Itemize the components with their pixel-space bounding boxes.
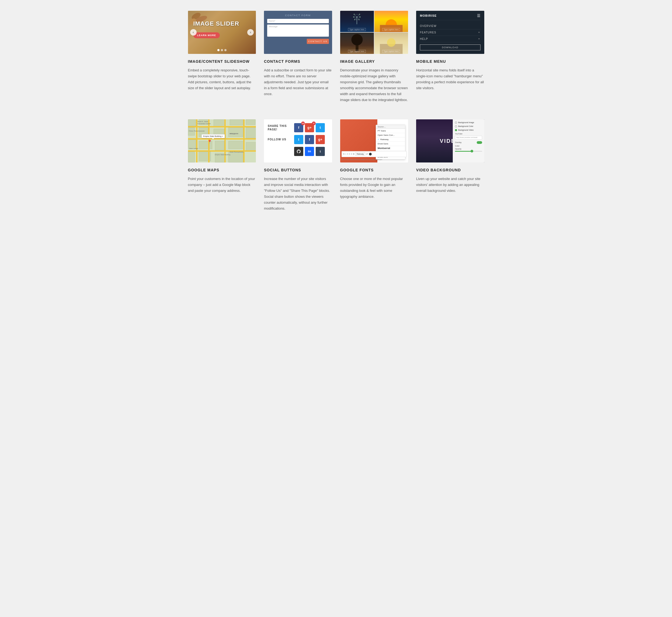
opacity-slider-thumb[interactable] <box>471 150 473 153</box>
toolbar-icon-1: ⟲ <box>343 153 345 155</box>
follow-facebook-btn[interactable]: f <box>305 135 314 144</box>
toolbar-icon-4: ≡ <box>349 153 350 155</box>
share-buttons: f 192 g+ 47 t <box>294 123 325 132</box>
fonts-item-raleway[interactable]: Raleway <box>376 138 405 142</box>
opacity-slider[interactable] <box>455 151 482 152</box>
social-buttons-desc: Increase the number of your site visitor… <box>264 176 332 212</box>
contact-forms-desc: Add a subscribe or contact form to your … <box>264 67 332 97</box>
contact-submit-btn[interactable]: CONTACT US <box>307 39 328 44</box>
menu-bg: MOBIRISE ☰ OVERVIEW FEATURES ▼ HELP ▼ DO… <box>416 11 484 54</box>
dot-3[interactable] <box>224 49 227 51</box>
svg-point-16 <box>354 19 355 20</box>
dot-2[interactable] <box>221 49 223 51</box>
image-gallery-desc: Demonstrate your images in masonry mobil… <box>340 67 408 103</box>
road-v3 <box>224 119 226 163</box>
svg-point-21 <box>351 34 363 45</box>
slideshow-title: IMAGE/CONTENT SLIDESHOW <box>188 59 256 63</box>
contact-forms-title: CONTACT FORMS <box>264 59 332 63</box>
overlay-toggle-row: Overlay <box>455 141 482 144</box>
features-grid-row1: IMAGE SLIDER LEARN MORE ‹ › IMAGE/CONTE <box>188 11 484 103</box>
overlay-toggle[interactable] <box>477 141 482 144</box>
opacity-slider-fill <box>455 151 471 152</box>
share-gplus-btn[interactable]: g+ 47 <box>305 123 314 132</box>
bg-color-radio[interactable] <box>455 125 457 128</box>
follow-gplus-btn[interactable]: g+ <box>316 135 325 144</box>
more-follow-buttons: Bē t <box>294 147 328 156</box>
slider-prev-arrow[interactable]: ‹ <box>190 29 197 36</box>
fonts-bg-wrapper: Source-... PT Sans Open Sans Con... Rale… <box>340 119 408 163</box>
menu-item-help[interactable]: HELP ▼ <box>420 36 480 42</box>
menu-download-btn[interactable]: DOWNLOAD <box>420 44 480 50</box>
fonts-item-ptsans[interactable]: PT Sans <box>376 129 405 133</box>
share-row: SHARE THIS PAGE! f 192 g+ 47 t <box>268 123 328 132</box>
toolbar-color-picker[interactable] <box>369 153 372 156</box>
gallery-cell-4: Type caption here <box>374 33 408 54</box>
image-gallery-title: IMAGE GALLERY <box>340 59 408 63</box>
bg-image-option[interactable]: Background Image <box>455 122 482 124</box>
road-h3 <box>188 150 256 152</box>
bg-color-option[interactable]: Background Color <box>455 125 482 128</box>
social-bg: SHARE THIS PAGE! f 192 g+ 47 t <box>264 119 332 163</box>
menu-item-overview[interactable]: OVERVIEW <box>420 23 480 29</box>
page-wrapper: IMAGE SLIDER LEARN MORE ‹ › IMAGE/CONTE <box>183 0 490 238</box>
youtube-url-input[interactable]: http://www.youtube.com/watd <box>455 136 482 140</box>
map-label-1: Jacob K. Javits <box>197 121 208 122</box>
fonts-item-opensans[interactable]: Open Sans Con... <box>376 133 405 138</box>
follow-row: FOLLOW US t f g+ <box>268 135 328 144</box>
follow-tumblr-btn[interactable]: t <box>316 147 325 156</box>
slider-next-arrow[interactable]: › <box>247 29 254 36</box>
toolbar-icon-6: ⚙ <box>353 153 355 155</box>
fonts-dropdown-header: Source-... <box>376 125 405 129</box>
dot-1[interactable] <box>217 49 220 51</box>
contact-name-input[interactable]: Name* <box>267 19 329 23</box>
slideshow-desc: Embed a completely responsive, touch-swi… <box>188 67 256 91</box>
follow-label: FOLLOW US <box>268 138 292 141</box>
bg-video-radio[interactable] <box>455 129 457 131</box>
toolbar-icon-5: ≡ <box>351 153 352 155</box>
opacity-label: Opacity <box>455 148 482 150</box>
contact-message-input[interactable]: Message <box>267 24 329 37</box>
contact-form-bg: CONTACT FORM Name* Message CONTACT US <box>264 11 332 54</box>
map-block <box>215 141 224 150</box>
social-buttons-preview: SHARE THIS PAGE! f 192 g+ 47 t <box>264 119 332 163</box>
map-block <box>188 119 196 126</box>
feature-image-gallery: Type caption here Type caption here <box>340 11 408 103</box>
feature-google-fonts: Source-... PT Sans Open Sans Con... Rale… <box>340 119 408 212</box>
follow-twitter-btn[interactable]: t <box>294 135 303 144</box>
map-label-4: Stein Lehigh <box>189 148 198 149</box>
map-block <box>230 119 243 125</box>
google-maps-preview: Empire State Building × 📍 Jacob K. Javit… <box>188 119 256 163</box>
follow-github-btn[interactable] <box>294 147 303 156</box>
toolbar-icon-2: □ <box>345 153 347 155</box>
video-settings-panel: Background Image Background Color Backgr… <box>453 119 484 163</box>
slider-learn-more-btn[interactable]: LEARN MORE <box>193 32 220 38</box>
contact-form-title: CONTACT FORM <box>267 14 329 17</box>
fonts-item-montserrat[interactable]: Montserrat <box>376 146 405 151</box>
map-location-tooltip: Empire State Building × <box>201 134 225 138</box>
map-block <box>246 128 256 138</box>
feature-slideshow: IMAGE SLIDER LEARN MORE ‹ › IMAGE/CONTE <box>188 11 256 103</box>
menu-item-features[interactable]: FEATURES ▼ <box>420 29 480 36</box>
feature-google-maps: Empire State Building × 📍 Jacob K. Javit… <box>188 119 256 212</box>
gallery-cell-2: Type caption here <box>374 11 408 32</box>
share-facebook-btn[interactable]: f 192 <box>294 123 303 132</box>
share-label: SHARE THIS PAGE! <box>268 124 292 131</box>
map-label-7: Empire State Building <box>215 154 231 156</box>
help-dropdown-arrow: ▼ <box>478 38 480 40</box>
fonts-item-droid[interactable]: Droid Sans <box>376 142 405 146</box>
bg-image-radio[interactable] <box>455 122 457 124</box>
map-label-6: Hotel Pennsylvania <box>230 151 243 153</box>
toolbar-font-size: 17 <box>366 153 368 155</box>
youtube-label: YouTube <box>455 133 482 135</box>
map-block <box>228 152 243 163</box>
share-twitter-btn[interactable]: t <box>316 123 325 132</box>
map-label-2: Convention Center <box>197 123 211 125</box>
svg-point-15 <box>360 16 361 17</box>
toolbar-font-name: Raleway <box>355 153 365 156</box>
map-block <box>188 152 195 163</box>
hamburger-icon[interactable]: ☰ <box>477 13 480 18</box>
google-maps-title: GOOGLE MAPS <box>188 168 256 172</box>
follow-behance-btn[interactable]: Bē <box>305 147 314 156</box>
road-v4 <box>243 119 245 163</box>
bg-video-option[interactable]: Background Video <box>455 129 482 131</box>
